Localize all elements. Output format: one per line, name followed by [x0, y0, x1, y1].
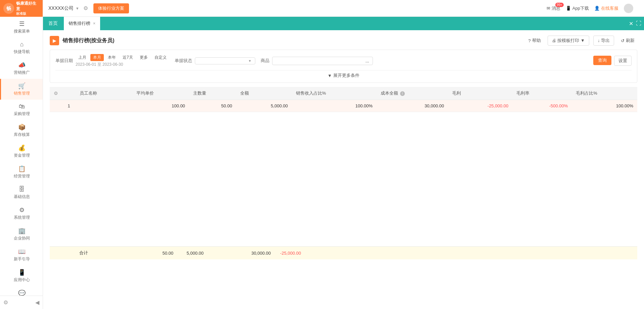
app-download-button[interactable]: 📱 App下载 — [566, 5, 589, 11]
sidebar-item-system[interactable]: ⚙ 系统管理 — [0, 203, 43, 224]
table-settings-icon[interactable]: ⚙ — [54, 91, 58, 96]
window-fullscreen-icon[interactable]: ⛶ — [636, 20, 641, 27]
row-salesratio: 100.00% — [292, 100, 377, 112]
logo-icon: 畅 — [3, 3, 14, 14]
main-area: XXXXX公司 ▼ ⚙ 体验行业方案 ✉ 消息 99+ 📱 App下载 👤 在线… — [43, 0, 644, 309]
col-quantity: 主数量 — [189, 87, 236, 100]
col-rank — [62, 87, 76, 100]
company-selector[interactable]: XXXXX公司 ▼ — [48, 5, 79, 11]
total-label: 合计 — [79, 250, 120, 256]
window-close-icon[interactable]: ✕ — [629, 20, 633, 27]
sidebar-item-operations[interactable]: 📋 经营管理 — [0, 162, 43, 183]
col-employee-label: 员工名称 — [80, 91, 97, 96]
page-header: ▶ 销售排行榜(按业务员) ? 帮助 🖨 按模板打印 ▼ ↓ — [50, 36, 637, 46]
sidebar-item-inventory[interactable]: 📦 库存核算 — [0, 120, 43, 141]
status-filter: 单据状态 ▼ — [175, 57, 255, 64]
col-cost: 成本全额 i — [377, 87, 448, 100]
export-button[interactable]: ↓ 导出 — [593, 36, 614, 46]
table-row: 1 100.00 50.00 5,000.00 — [50, 100, 637, 112]
help-label: 帮助 — [532, 38, 541, 44]
date-range-label: 2023-06-01 至 2023-06-30 — [76, 62, 169, 67]
tab-sales-ranking[interactable]: 销售排行榜 × — [64, 17, 100, 30]
sidebar-item-enterprise[interactable]: 🏢 企业协同 — [0, 224, 43, 245]
company-caret-icon: ▼ — [76, 6, 79, 10]
service-button[interactable]: 👤 在线客服 — [594, 5, 618, 11]
sidebar-item-wechat[interactable]: 💬 企业微信 — [0, 286, 43, 296]
guide-icon: 📖 — [18, 248, 26, 255]
page-title: 销售排行榜(按业务员) — [62, 37, 115, 44]
print-icon: 🖨 — [552, 38, 556, 43]
print-label: 按模板打印 — [557, 38, 579, 43]
content-inner: ▶ 销售排行榜(按业务员) ? 帮助 🖨 按模板打印 ▼ ↓ — [43, 30, 644, 309]
refresh-icon: ↺ — [621, 38, 625, 43]
date-tab-7days[interactable]: 近7天 — [120, 54, 136, 61]
status-select[interactable]: ▼ — [195, 57, 255, 64]
col-salesratio: 销售收入占比% — [292, 87, 377, 100]
date-tab-thisyear[interactable]: 本年 — [105, 54, 119, 61]
row-amount: 5,000.00 — [236, 100, 292, 112]
date-tab-lastmonth[interactable]: 上月 — [76, 54, 89, 61]
content-area: ▶ 销售排行榜(按业务员) ? 帮助 🖨 按模板打印 ▼ ↓ — [43, 30, 644, 309]
sidebar-label-sales: 销售管理 — [14, 91, 30, 96]
filter-expand-section: ▼ 展开更多条件 — [55, 70, 632, 79]
print-button[interactable]: 🖨 按模板打印 ▼ — [548, 36, 589, 46]
sidebar-settings-btn[interactable]: ⚙ — [3, 299, 8, 306]
message-button[interactable]: ✉ 消息 99+ — [547, 5, 560, 11]
tab-close-icon[interactable]: × — [93, 21, 95, 26]
cost-info-icon[interactable]: i — [400, 91, 405, 96]
finance-icon: 💰 — [18, 144, 26, 152]
help-button[interactable]: ? 帮助 — [526, 36, 544, 45]
trial-button[interactable]: 体验行业方案 — [93, 3, 129, 13]
topbar-right: ✉ 消息 99+ 📱 App下载 👤 在线客服 — [547, 4, 639, 13]
col-settings: ⚙ — [50, 87, 62, 100]
goods-select[interactable]: ... — [272, 57, 373, 65]
print-caret-icon: ▼ — [581, 38, 585, 43]
refresh-button[interactable]: ↺ 刷新 — [618, 36, 637, 45]
sidebar-item-guide[interactable]: 📖 新手引导 — [0, 245, 43, 265]
sidebar-bottom: ⚙ ◀ — [0, 296, 43, 309]
sidebar-item-appcenter[interactable]: 📱 应用中心 — [0, 265, 43, 286]
export-label: 导出 — [601, 38, 610, 43]
collapse-filter-btn[interactable]: ▶ — [50, 36, 59, 45]
col-grossratio-label: 毛利占比% — [576, 91, 597, 96]
query-button[interactable]: 查询 — [593, 56, 611, 65]
sidebar-label-marketing: 营销推广 — [14, 70, 30, 75]
filter-row: 单据日期 上月 本月 本年 近7天 更多 自定义 2023-06-01 至 20… — [55, 54, 632, 67]
sidebar-item-quicknav[interactable]: ⌂ 快捷导航 — [0, 38, 43, 58]
page-actions: ? 帮助 🖨 按模板打印 ▼ ↓ 导出 ↺ 刷新 — [526, 36, 637, 46]
status-filter-label: 单据状态 — [175, 58, 192, 64]
sidebar-label-enterprise: 企业协同 — [14, 236, 30, 241]
sidebar-label-appcenter: 应用中心 — [14, 277, 30, 283]
logo-subtitle: 标准版 — [16, 11, 39, 16]
message-badge: 99+ — [555, 3, 564, 7]
expand-filter-btn[interactable]: ▼ 展开更多条件 — [328, 72, 359, 79]
row-employee — [76, 100, 132, 112]
sidebar-item-sales[interactable]: 🛒 销售管理 — [0, 79, 43, 100]
sidebar-item-marketing[interactable]: 📣 营销推广 — [0, 58, 43, 79]
sidebar-collapse-btn[interactable]: ◀ — [35, 299, 39, 306]
date-tab-thismonth[interactable]: 本月 — [90, 54, 104, 61]
inventory-icon: 📦 — [18, 123, 26, 131]
app-label: App下载 — [572, 5, 589, 11]
sidebar-label-purchase: 采购管理 — [14, 111, 30, 117]
settings-button[interactable]: 设置 — [614, 56, 632, 66]
row-cost: 30,000.00 — [377, 100, 448, 112]
sidebar-nav: ☰ 搜索菜单 ⌂ 快捷导航 📣 营销推广 🛒 销售管理 🛍 采购管理 📦 库存核… — [0, 17, 43, 296]
sidebar-item-basicinfo[interactable]: 🗄 基础信息 — [0, 183, 43, 203]
tabbar: 首页 销售排行榜 × ✕ ⛶ — [43, 17, 644, 30]
sidebar-label-basicinfo: 基础信息 — [14, 194, 30, 200]
date-tab-more[interactable]: 更多 — [137, 54, 151, 61]
basicinfo-icon: 🗄 — [19, 186, 25, 193]
sidebar-item-purchase[interactable]: 🛍 采购管理 — [0, 100, 43, 120]
goods-filter: 商品 ... — [261, 57, 373, 65]
enterprise-icon: 🏢 — [18, 227, 26, 235]
sidebar-item-finance[interactable]: 💰 资金管理 — [0, 141, 43, 162]
svg-text:畅: 畅 — [6, 6, 11, 11]
date-tab-custom[interactable]: 自定义 — [152, 54, 169, 61]
sidebar-item-search[interactable]: ☰ 搜索菜单 — [0, 17, 43, 38]
topbar-settings-icon[interactable]: ⚙ — [83, 5, 88, 11]
wechat-icon: 💬 — [18, 290, 26, 296]
tab-home[interactable]: 首页 — [43, 17, 63, 30]
user-avatar[interactable] — [624, 4, 633, 13]
status-select-chevron: ▼ — [248, 59, 252, 63]
